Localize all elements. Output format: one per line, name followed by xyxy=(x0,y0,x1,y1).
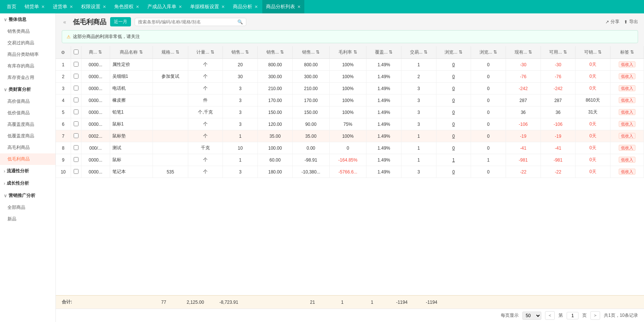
cell-available: 287 xyxy=(541,95,576,106)
sidebar-item-low-value[interactable]: 低价值商品 xyxy=(0,107,55,119)
col-checkbox[interactable] xyxy=(71,46,81,59)
col-name[interactable]: 商品名称 ⇅ xyxy=(110,46,153,59)
sidebar-item-high-coverage[interactable]: 高覆盖度商品 xyxy=(0,119,55,130)
cell-checkbox[interactable] xyxy=(71,106,81,118)
prev-page-btn[interactable]: ＜ xyxy=(545,311,555,320)
cell-view1[interactable]: 0 xyxy=(436,106,471,118)
cell-view1[interactable]: 0 xyxy=(436,83,471,95)
row-checkbox[interactable] xyxy=(74,98,79,102)
nav-close-product-analysis[interactable]: ✕ xyxy=(254,4,258,9)
cell-view1[interactable]: 0 xyxy=(436,118,471,130)
cell-available: -19 xyxy=(541,130,576,142)
nav-permissions[interactable]: 权限设置 ✕ xyxy=(77,0,110,13)
nav-sales[interactable]: 销货单 ✕ xyxy=(21,0,48,13)
col-gross-margin[interactable]: 毛利率 ⇅ xyxy=(329,46,366,59)
col-unit[interactable]: 计量... ⇅ xyxy=(188,46,223,59)
filter-recent-month-btn[interactable]: 近一月 xyxy=(110,17,131,26)
sidebar-group-overview[interactable]: ∨ 整体信息 xyxy=(0,13,55,26)
cell-checkbox[interactable] xyxy=(71,130,81,142)
row-checkbox[interactable] xyxy=(74,145,79,150)
share-btn[interactable]: ↗ 分享 xyxy=(605,19,619,25)
select-all-checkbox[interactable] xyxy=(74,50,79,54)
cell-sales-amount: 800.00 xyxy=(292,59,329,71)
row-checkbox[interactable] xyxy=(74,169,79,174)
sidebar-item-low-margin[interactable]: 低毛利商品 xyxy=(0,153,55,165)
sidebar-item-high-margin[interactable]: 高毛利商品 xyxy=(0,142,55,153)
sidebar-item-low-coverage[interactable]: 低覆盖度商品 xyxy=(0,130,55,142)
sidebar-item-in-stock[interactable]: 有库存的商品 xyxy=(0,60,55,72)
cell-view1[interactable]: 1 xyxy=(436,154,471,166)
collapse-sidebar-btn[interactable]: « xyxy=(62,17,68,26)
sidebar-group-flow[interactable]: › 流通性分析 xyxy=(0,165,55,177)
search-icon[interactable]: 🔍 xyxy=(237,19,243,25)
col-coverage[interactable]: 覆盖... ⇅ xyxy=(366,46,401,59)
cell-tag: 低收入 xyxy=(610,59,644,71)
col-settings[interactable]: ⚙ xyxy=(56,46,71,59)
row-checkbox[interactable] xyxy=(74,133,79,138)
nav-close-purchase[interactable]: ✕ xyxy=(70,4,73,9)
sidebar-group-marketing[interactable]: ∨ 营销推广分析 xyxy=(0,189,55,202)
nav-product-analysis[interactable]: 商品分析 ✕ xyxy=(229,0,262,13)
cell-checkbox[interactable] xyxy=(71,166,81,178)
col-view2[interactable]: 浏览... ⇅ xyxy=(471,46,506,59)
col-current[interactable]: 现有... ⇅ xyxy=(506,46,541,59)
search-input[interactable] xyxy=(138,19,236,25)
nav-close-roles[interactable]: ✕ xyxy=(136,4,139,9)
cell-view1[interactable]: 0 xyxy=(436,142,471,154)
nav-roles[interactable]: 角色授权 ✕ xyxy=(110,0,143,13)
row-checkbox[interactable] xyxy=(74,74,79,79)
cell-view1[interactable]: 0 xyxy=(436,95,471,106)
row-checkbox[interactable] xyxy=(74,62,79,67)
cell-view1[interactable]: 0 xyxy=(436,59,471,71)
row-checkbox[interactable] xyxy=(74,121,79,126)
nav-templates[interactable]: 单据模板设置 ✕ xyxy=(186,0,228,13)
cell-checkbox[interactable] xyxy=(71,59,81,71)
row-checkbox[interactable] xyxy=(74,109,79,114)
export-btn[interactable]: ⬆ 导出 xyxy=(624,19,638,25)
row-checkbox[interactable] xyxy=(74,86,79,90)
cell-view1[interactable]: 0 xyxy=(436,166,471,178)
nav-purchase[interactable]: 进货单 ✕ xyxy=(49,0,77,13)
col-transaction[interactable]: 交易... ⇅ xyxy=(401,46,436,59)
nav-close-sales[interactable]: ✕ xyxy=(41,4,45,9)
nav-close-templates[interactable]: ✕ xyxy=(221,4,225,9)
cell-checkbox[interactable] xyxy=(71,118,81,130)
nav-close-permissions[interactable]: ✕ xyxy=(103,4,106,9)
row-checkbox[interactable] xyxy=(74,157,79,162)
cell-spec xyxy=(153,118,188,130)
col-sales-qty[interactable]: 销售... ⇅ xyxy=(223,46,258,59)
sidebar-group-wealth[interactable]: ∨ 类财富分析 xyxy=(0,83,55,96)
nav-product-analysis-list[interactable]: 商品分析列表 ✕ xyxy=(262,0,304,13)
sidebar-item-category-rate[interactable]: 商品分类助销率 xyxy=(0,49,55,60)
sidebar-group-growth[interactable]: › 成长性分析 xyxy=(0,177,55,189)
per-page-select[interactable]: 50 100 200 xyxy=(522,312,541,320)
cell-checkbox[interactable] xyxy=(71,95,81,106)
col-spec[interactable]: 规格... ⇅ xyxy=(153,46,188,59)
cell-view1[interactable]: 0 xyxy=(436,130,471,142)
col-saleable[interactable]: 可销... ⇅ xyxy=(576,46,611,59)
col-code[interactable]: 商... ⇅ xyxy=(81,46,110,59)
col-sales-amount[interactable]: 销售... ⇅ xyxy=(292,46,329,59)
cell-checkbox[interactable] xyxy=(71,71,81,83)
search-box[interactable]: 🔍 xyxy=(135,18,246,26)
nav-close-list[interactable]: ✕ xyxy=(297,4,301,9)
cell-checkbox[interactable] xyxy=(71,142,81,154)
cell-view1[interactable]: 0 xyxy=(436,71,471,83)
col-sales-price[interactable]: 销售... ⇅ xyxy=(258,46,293,59)
sidebar-item-high-value[interactable]: 高价值商品 xyxy=(0,96,55,107)
nav-close-products[interactable]: ✕ xyxy=(179,4,182,9)
cell-checkbox[interactable] xyxy=(71,83,81,95)
nav-home[interactable]: 首页 xyxy=(3,0,20,13)
col-available[interactable]: 可用... ⇅ xyxy=(541,46,576,59)
next-page-btn[interactable]: ＞ xyxy=(590,311,600,320)
col-view1[interactable]: 浏览... ⇅ xyxy=(436,46,471,59)
sidebar-item-inventory-capital[interactable]: 库存资金占用 xyxy=(0,72,55,83)
sidebar-item-all-products[interactable]: 全部商品 xyxy=(0,202,55,213)
sidebar-item-traded-products[interactable]: 交易过的商品 xyxy=(0,37,55,49)
page-input[interactable] xyxy=(567,312,579,319)
sidebar-item-sales-products[interactable]: 销售类商品 xyxy=(0,26,55,37)
col-tag[interactable]: 标签 ⇅ xyxy=(610,46,644,59)
sidebar-item-new-products[interactable]: 新品 xyxy=(0,213,55,225)
cell-checkbox[interactable] xyxy=(71,154,81,166)
nav-products[interactable]: 产成品入库单 ✕ xyxy=(144,0,186,13)
